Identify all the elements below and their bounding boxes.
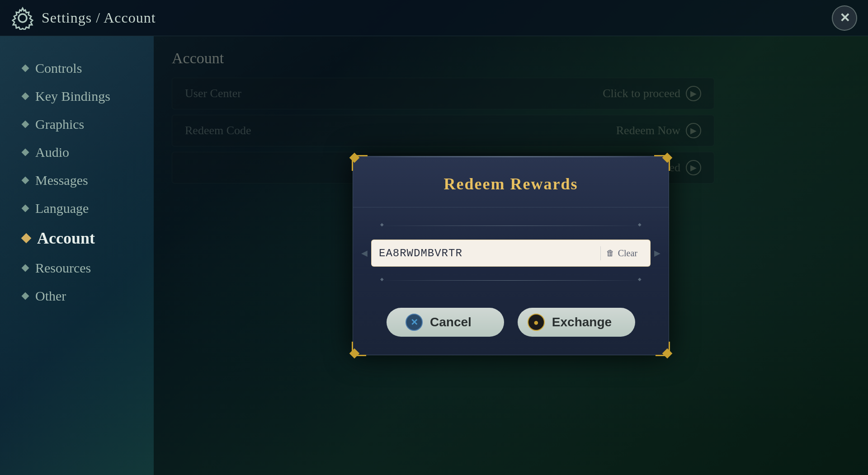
sidebar-item-account[interactable]: Account <box>23 222 145 254</box>
sidebar-item-resources[interactable]: Resources <box>23 254 145 282</box>
page-title: Settings / Account <box>42 9 156 26</box>
sidebar-label-messages: Messages <box>35 173 88 188</box>
exchange-label: Exchange <box>552 315 612 329</box>
redeem-modal: Redeem Rewards ◀ 🗑 Clear <box>353 156 669 355</box>
redeem-code-input[interactable] <box>379 247 597 259</box>
clear-label: Clear <box>618 248 637 259</box>
topbar: Settings / Account ✕ <box>0 0 868 36</box>
sidebar-item-keybindings[interactable]: Key Bindings <box>23 82 145 110</box>
sidebar-label-audio: Audio <box>35 145 69 160</box>
sidebar-item-graphics[interactable]: Graphics <box>23 110 145 138</box>
sidebar-item-messages[interactable]: Messages <box>23 166 145 194</box>
bullet-icon <box>22 121 29 128</box>
sidebar-label-account: Account <box>37 229 95 248</box>
sidebar-label-other: Other <box>35 288 66 304</box>
modal-title-text: Redeem Rewards <box>444 175 578 193</box>
sidebar-label-language: Language <box>35 201 89 216</box>
cancel-label: Cancel <box>430 315 472 329</box>
sidebar-label-controls: Controls <box>35 61 82 76</box>
bullet-icon <box>22 264 29 272</box>
svg-point-0 <box>19 14 27 22</box>
bullet-icon <box>22 177 29 184</box>
sidebar: Controls Key Bindings Graphics Audio Mes… <box>0 36 154 475</box>
clear-button[interactable]: 🗑 Clear <box>600 246 643 260</box>
input-arrow-left-icon: ◀ <box>361 248 368 258</box>
sidebar-item-other[interactable]: Other <box>23 282 145 310</box>
sidebar-item-controls[interactable]: Controls <box>23 54 145 82</box>
sidebar-label-resources: Resources <box>35 260 91 276</box>
gear-icon <box>11 6 34 30</box>
cancel-button[interactable]: ✕ Cancel <box>387 308 504 337</box>
cancel-icon: ✕ <box>406 314 423 331</box>
sidebar-item-audio[interactable]: Audio <box>23 138 145 166</box>
content-area: Account User Center Click to proceed ▶ R… <box>154 36 868 475</box>
bullet-icon <box>22 65 29 72</box>
main-layout: Controls Key Bindings Graphics Audio Mes… <box>0 36 868 475</box>
modal-buttons: ✕ Cancel ● Exchange <box>353 308 669 337</box>
sidebar-label-graphics: Graphics <box>35 117 84 132</box>
modal-title: Redeem Rewards <box>353 156 669 207</box>
modal-corner-tr-gem <box>662 153 673 163</box>
trash-icon: 🗑 <box>606 249 614 258</box>
modal-overlay: Redeem Rewards ◀ 🗑 Clear <box>154 36 868 475</box>
exchange-icon: ● <box>528 314 545 331</box>
sidebar-item-language[interactable]: Language <box>23 194 145 222</box>
exchange-button[interactable]: ● Exchange <box>518 308 635 337</box>
close-icon: ✕ <box>840 10 850 25</box>
sidebar-label-keybindings: Key Bindings <box>35 89 110 104</box>
bullet-icon <box>22 292 29 300</box>
modal-body: ◀ 🗑 Clear ▶ <box>353 207 669 308</box>
bullet-icon <box>22 149 29 156</box>
bullet-icon <box>22 93 29 100</box>
active-bullet-icon <box>21 233 32 244</box>
close-button[interactable]: ✕ <box>832 5 857 31</box>
modal-deco-line-bottom <box>380 280 642 281</box>
code-input-wrapper: 🗑 Clear <box>371 240 651 267</box>
bullet-icon <box>22 205 29 212</box>
modal-deco-line-top <box>380 226 642 226</box>
input-arrow-right-icon: ▶ <box>654 248 660 258</box>
